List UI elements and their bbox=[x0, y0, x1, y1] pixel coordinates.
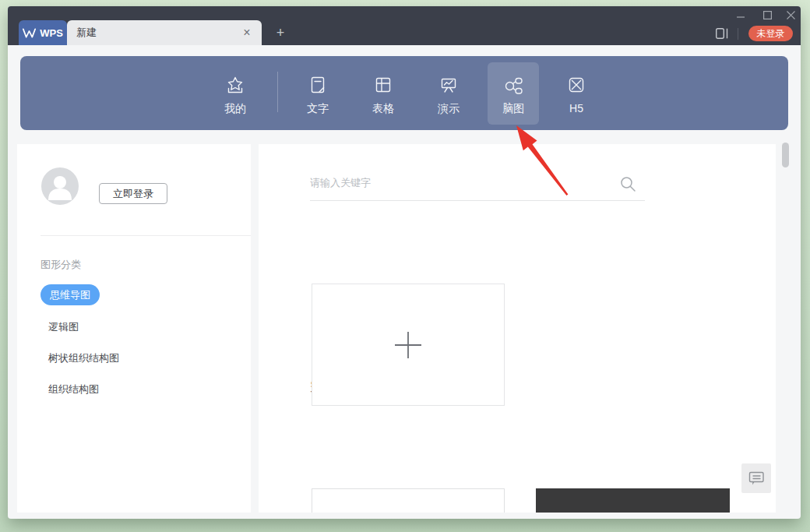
create-blank-mindmap-card[interactable] bbox=[312, 284, 505, 406]
nav-item-mindmap[interactable]: 脑图 bbox=[488, 62, 539, 125]
avatar-person-icon bbox=[41, 167, 79, 205]
h5-icon bbox=[566, 75, 586, 95]
document-tab[interactable]: 新建 × bbox=[67, 20, 262, 45]
document-tab-title: 新建 bbox=[76, 26, 97, 40]
template-card-dark[interactable] bbox=[536, 488, 730, 513]
nav-item-label: 表格 bbox=[372, 102, 394, 116]
sidebar-divider bbox=[40, 235, 251, 236]
nav-item-label: H5 bbox=[569, 102, 583, 115]
nav-item-presentation[interactable]: 演示 bbox=[423, 62, 474, 125]
login-now-button[interactable]: 立即登录 bbox=[99, 183, 167, 204]
navbar-divider bbox=[277, 72, 278, 112]
nav-item-label: 文字 bbox=[307, 102, 329, 116]
nav-item-label: 演示 bbox=[438, 102, 460, 116]
search-button[interactable] bbox=[619, 175, 636, 192]
sidebar-item-org-chart[interactable]: 组织结构图 bbox=[48, 382, 99, 396]
feedback-icon bbox=[747, 469, 766, 488]
avatar bbox=[41, 167, 79, 205]
wps-brand-label: WPS bbox=[40, 27, 63, 39]
sidebar-item-tree-org-chart[interactable]: 树状组织结构图 bbox=[48, 351, 119, 365]
wps-logo-icon bbox=[23, 28, 36, 38]
mindmap-icon bbox=[503, 75, 523, 95]
window-switch-icon bbox=[715, 26, 730, 41]
tab-close-icon[interactable]: × bbox=[240, 26, 254, 40]
nav-item-spreadsheet[interactable]: 表格 bbox=[357, 62, 409, 125]
nav-item-label: 脑图 bbox=[502, 102, 524, 116]
maximize-icon bbox=[763, 11, 772, 19]
plus-icon bbox=[394, 331, 422, 359]
maximize-button[interactable] bbox=[757, 8, 777, 22]
minimize-icon bbox=[737, 11, 745, 19]
desktop-background: WPS 新建 × + 未登录 我的 bbox=[0, 0, 810, 532]
nav-item-writer[interactable]: 文字 bbox=[292, 62, 343, 125]
login-status-badge[interactable]: 未登录 bbox=[748, 26, 793, 41]
window-switch-button[interactable] bbox=[715, 26, 730, 41]
close-button[interactable] bbox=[780, 8, 801, 22]
scrollbar-thumb[interactable] bbox=[782, 143, 789, 167]
feedback-button[interactable] bbox=[741, 463, 771, 493]
search-underline bbox=[310, 200, 645, 201]
presentation-icon bbox=[438, 75, 459, 95]
nav-item-h5[interactable]: H5 bbox=[551, 62, 602, 125]
sidebar-item-mindmap[interactable]: 思维导图 bbox=[40, 284, 100, 305]
search-input[interactable] bbox=[310, 172, 645, 192]
titlebar-divider bbox=[738, 28, 738, 40]
nav-item-my[interactable]: 我的 bbox=[210, 62, 261, 125]
category-section-label: 图形分类 bbox=[40, 258, 81, 272]
template-card-light[interactable] bbox=[312, 488, 505, 513]
search-icon bbox=[619, 175, 636, 192]
sidebar-item-logic-diagram[interactable]: 逻辑图 bbox=[48, 320, 79, 334]
wps-home-tab[interactable]: WPS bbox=[19, 20, 67, 45]
star-tray-icon bbox=[225, 75, 245, 95]
nav-item-label: 我的 bbox=[224, 102, 246, 116]
new-tab-button[interactable]: + bbox=[273, 26, 288, 41]
document-icon bbox=[308, 75, 328, 95]
minimize-button[interactable] bbox=[731, 8, 751, 22]
spreadsheet-icon bbox=[373, 75, 393, 95]
close-icon bbox=[787, 11, 795, 19]
main-panel: 空白思维导图 思维导图 bbox=[259, 144, 776, 513]
